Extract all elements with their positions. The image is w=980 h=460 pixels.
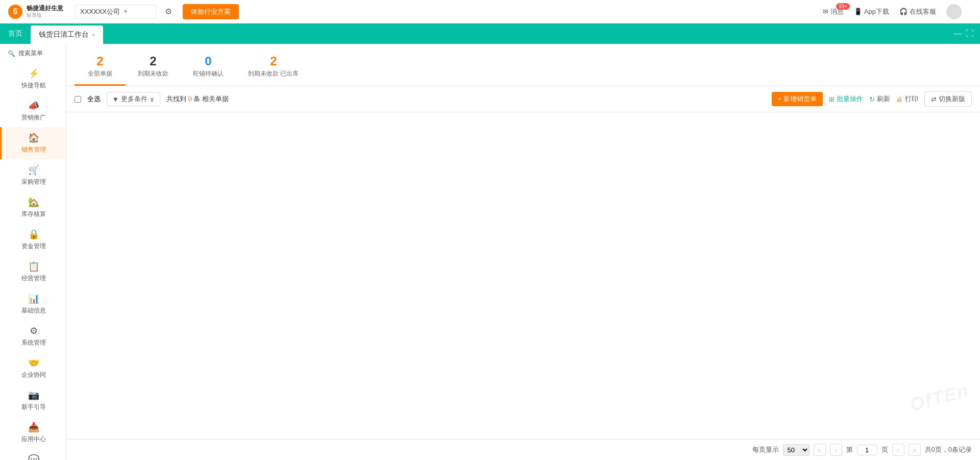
sidebar-item-label: 应用中心 xyxy=(21,435,46,444)
stat-tab-overdue-out[interactable]: 2 到期未收款 已出库 xyxy=(236,50,311,86)
message-badge: 99+ xyxy=(836,3,850,10)
app-download-button[interactable]: 📱 App下载 xyxy=(854,7,889,16)
more-filter-label: 更多条件 xyxy=(121,94,148,104)
page-suffix: 页 xyxy=(881,445,888,454)
stat-num-overdue: 2 xyxy=(150,54,156,68)
prev-page-button[interactable]: ‹ xyxy=(830,444,842,456)
stat-label-pending: 旺铺待确认 xyxy=(193,69,224,78)
search-icon: 🔍 xyxy=(8,50,15,57)
company-name: XXXXXX公司 xyxy=(80,7,120,16)
purchase-icon: 🛒 xyxy=(28,164,39,176)
headset-icon: 🎧 xyxy=(899,8,908,15)
sidebar-item-label: 库存核算 xyxy=(21,210,46,219)
stats-row: 2 全部单据 2 到期未收款 0 旺铺待确认 2 到期未收款 已出库 xyxy=(66,44,980,86)
stat-label-all: 全部单据 xyxy=(88,69,112,78)
top-bar: 6 畅捷通好生意 标普版 XXXXXX公司 ▼ ⚙ 体验行业方案 ✉ 消息 99… xyxy=(0,0,980,23)
settings-icon[interactable]: ⚙ xyxy=(160,4,177,20)
select-all-checkbox[interactable] xyxy=(75,96,81,103)
first-page-button[interactable]: « xyxy=(814,444,826,456)
print-icon: 🖨 xyxy=(896,95,903,103)
batch-operation-button[interactable]: ⊞ 批量操作 xyxy=(829,94,863,104)
sidebar-item-guide[interactable]: 📷 新手引导 xyxy=(0,384,66,417)
stat-num-all: 2 xyxy=(96,54,103,68)
main-layout: 🔍 搜索菜单 ⚡ 快捷导航 📣 营销推广 🏠 销售管理 🛒 采购管理 🏡 库存核… xyxy=(0,44,980,460)
switch-label: 切换新版 xyxy=(939,94,965,104)
company-selector[interactable]: XXXXXX公司 ▼ xyxy=(75,5,156,19)
tab-workbench-label: 钱货日清工作台 xyxy=(39,30,89,39)
sidebar-item-label: 销售管理 xyxy=(21,146,46,154)
switch-version-button[interactable]: ⇄ 切换新版 xyxy=(924,91,972,107)
found-suffix: 条 相关单据 xyxy=(193,95,229,103)
table-area: OfTEn xyxy=(66,112,980,439)
batch-label: 批量操作 xyxy=(837,94,863,104)
sidebar-search-label: 搜索菜单 xyxy=(18,49,43,58)
sidebar-search[interactable]: 🔍 搜索菜单 xyxy=(0,44,66,63)
sidebar-item-quick-nav[interactable]: ⚡ 快捷导航 xyxy=(0,63,66,95)
new-sale-button[interactable]: + 新增销货单 xyxy=(772,92,823,106)
print-button[interactable]: 🖨 打印 xyxy=(896,94,918,104)
tab-home[interactable]: 首页 xyxy=(0,23,31,44)
switch-icon: ⇄ xyxy=(931,95,937,103)
tab-workbench[interactable]: 钱货日清工作台 × xyxy=(31,26,103,44)
sidebar-item-marketing[interactable]: 📣 营销推广 xyxy=(0,95,66,127)
page-number-input[interactable] xyxy=(857,445,877,455)
watermark: OfTEn xyxy=(908,379,972,416)
sidebar-item-label: 营销推广 xyxy=(21,113,46,122)
sidebar-item-capital[interactable]: 🔒 资金管理 xyxy=(0,224,66,256)
app-center-icon: 📥 xyxy=(28,422,39,433)
stat-num-overdue-out: 2 xyxy=(270,54,277,68)
sidebar-item-system[interactable]: ⚙ 系统管理 xyxy=(0,320,66,352)
sidebar-item-wechat[interactable]: 💬 企业微信 xyxy=(0,449,66,460)
tab-bar: 首页 钱货日清工作台 × — ⛶ xyxy=(0,23,980,44)
stat-tab-all[interactable]: 2 全部单据 xyxy=(75,50,126,86)
sidebar-item-operations[interactable]: 📋 经营管理 xyxy=(0,256,66,288)
total-label: 共0页，0条记录 xyxy=(925,445,972,454)
sidebar-item-app-center[interactable]: 📥 应用中心 xyxy=(0,417,66,449)
operations-icon: 📋 xyxy=(28,261,39,272)
sidebar-item-label: 经营管理 xyxy=(21,274,46,283)
system-icon: ⚙ xyxy=(30,325,38,336)
tab-expand-icon[interactable]: ⛶ xyxy=(966,29,974,38)
inventory-icon: 🏡 xyxy=(28,197,39,208)
found-prefix: 共找到 xyxy=(166,95,186,103)
sidebar-item-label: 资金管理 xyxy=(21,242,46,251)
found-count: 0 xyxy=(188,95,192,103)
stat-tab-pending[interactable]: 0 旺铺待确认 xyxy=(181,50,236,86)
sidebar-item-inventory[interactable]: 🏡 库存核算 xyxy=(0,191,66,224)
per-page-select[interactable]: 50 10 20 100 xyxy=(783,444,810,456)
online-service-button[interactable]: 🎧 在线客服 xyxy=(899,7,936,16)
per-page-label: 每页显示 xyxy=(752,445,779,454)
sidebar-item-label: 新手引导 xyxy=(21,403,46,411)
refresh-label: 刷新 xyxy=(877,94,890,104)
page-prefix: 第 xyxy=(846,445,853,454)
experience-button[interactable]: 体验行业方案 xyxy=(183,4,239,19)
message-icon: ✉ xyxy=(823,8,828,15)
sidebar-item-basic-info[interactable]: 📊 基础信息 xyxy=(0,288,66,320)
next-page-button[interactable]: › xyxy=(892,444,904,456)
sidebar-item-purchase[interactable]: 🛒 采购管理 xyxy=(0,159,66,191)
sidebar-item-sales[interactable]: 🏠 销售管理 xyxy=(0,127,66,159)
tab-home-label: 首页 xyxy=(8,29,22,38)
stat-tab-overdue[interactable]: 2 到期未收款 xyxy=(126,50,181,86)
refresh-button[interactable]: ↻ 刷新 xyxy=(869,94,890,104)
more-filter-button[interactable]: ▼ 更多条件 ∨ xyxy=(107,92,160,106)
last-page-button[interactable]: » xyxy=(909,444,921,456)
avatar[interactable] xyxy=(946,4,962,19)
top-right-actions: ✉ 消息 99+ 📱 App下载 🎧 在线客服 xyxy=(823,4,972,19)
logo-main: 畅捷通好生意 xyxy=(27,5,63,12)
sales-icon: 🏠 xyxy=(28,132,39,143)
sidebar-item-label: 采购管理 xyxy=(21,178,46,186)
wechat-icon: 💬 xyxy=(28,454,39,460)
content-area: 2 全部单据 2 到期未收款 0 旺铺待确认 2 到期未收款 已出库 全选 ▼ … xyxy=(66,44,980,460)
batch-icon: ⊞ xyxy=(829,95,835,103)
logo-area: 6 畅捷通好生意 标普版 xyxy=(8,5,75,19)
close-icon[interactable]: × xyxy=(92,32,95,38)
capital-icon: 🔒 xyxy=(28,229,39,240)
logo-sub: 标普版 xyxy=(27,12,63,18)
chevron-down-icon: ▼ xyxy=(123,9,128,14)
chevron-down-icon: ∨ xyxy=(150,95,155,103)
message-button[interactable]: ✉ 消息 99+ xyxy=(823,7,844,16)
stat-label-overdue-out: 到期未收款 已出库 xyxy=(248,69,299,78)
tab-minimize-icon[interactable]: — xyxy=(953,29,962,38)
sidebar-item-enterprise[interactable]: 🤝 企业协同 xyxy=(0,352,66,384)
